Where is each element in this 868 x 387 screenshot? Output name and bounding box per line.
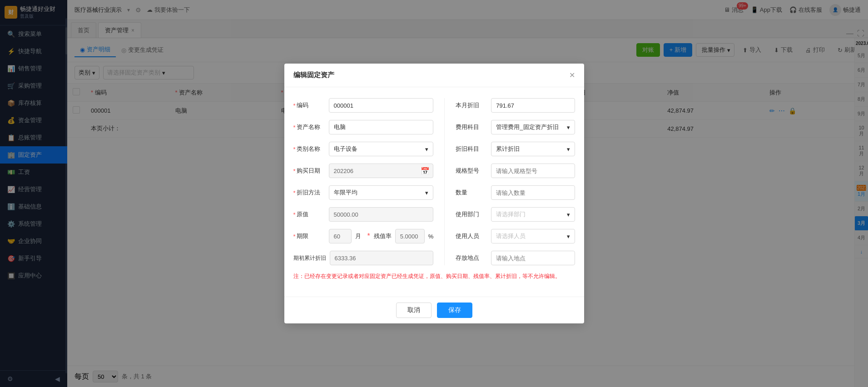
user-placeholder: 请选择人员: [496, 232, 526, 240]
model-label: 规格型号: [456, 167, 487, 175]
form-row-depr-subject: 折旧科目 累计折旧 ▾: [456, 142, 575, 156]
monthly-depr-input[interactable]: [491, 98, 575, 113]
form-row-initial-depr: 期初累计折旧: [293, 251, 434, 265]
residual-unit: %: [428, 233, 434, 240]
expense-subject-label: 费用科目: [456, 123, 487, 131]
form-row-category: * 类别名称 电子设备 ▾: [293, 142, 434, 156]
modal-body: * 编码 * 资产名称: [284, 87, 584, 297]
original-value-label: * 原值: [293, 210, 325, 218]
form-row-model: 规格型号: [456, 164, 575, 178]
period-unit: 月: [355, 232, 361, 240]
location-label: 存放地点: [456, 254, 487, 262]
asset-name-label: * 资产名称: [293, 123, 325, 131]
field-category: * 类别名称 电子设备 ▾: [293, 142, 434, 156]
field-location: 存放地点: [456, 251, 575, 265]
form-row-monthly-depr: 本月折旧: [456, 98, 575, 113]
field-period: * 期限 月 * 残值率 %: [293, 229, 434, 243]
category-select[interactable]: 电子设备 ▾: [329, 142, 434, 156]
field-monthly-depr: 本月折旧: [456, 98, 575, 113]
initial-depr-input[interactable]: [330, 251, 434, 265]
model-input[interactable]: [491, 164, 575, 178]
purchase-date-input[interactable]: [329, 164, 434, 178]
period-input[interactable]: [329, 229, 352, 243]
expense-dropdown-icon: ▾: [567, 124, 570, 131]
category-name-label: * 类别名称: [293, 145, 325, 153]
form-row-quantity: 数量: [456, 185, 575, 200]
category-dropdown-icon: ▾: [425, 146, 428, 153]
asset-name-input[interactable]: [329, 120, 434, 134]
depr-method-dropdown-icon: ▾: [425, 189, 428, 196]
modal-note: 注：已经存在变更记录或者对应固定资产已经生成凭证，原值、购买日期、残值率、累计折…: [293, 273, 575, 286]
modal-overlay: 编辑固定资产 ✕ * 编码: [0, 0, 868, 387]
field-quantity: 数量: [456, 185, 575, 200]
modal-header: 编辑固定资产 ✕: [284, 64, 584, 87]
user-select[interactable]: 请选择人员 ▾: [491, 229, 575, 243]
residual-label: 残值率: [374, 232, 392, 240]
form-row-user: 使用人员 请选择人员 ▾: [456, 229, 575, 243]
modal-form-columns: * 编码 * 资产名称: [293, 98, 575, 265]
department-dropdown-icon: ▾: [567, 211, 570, 218]
field-model: 规格型号: [456, 164, 575, 178]
field-department: 使用部门 请选择部门 ▾: [456, 207, 575, 222]
depr-method-select[interactable]: 年限平均 ▾: [329, 185, 434, 200]
form-row-original-value: * 原值: [293, 207, 434, 222]
depr-subject-value: 累计折旧: [496, 145, 520, 153]
modal-divider: [444, 98, 445, 265]
location-input[interactable]: [491, 251, 575, 265]
save-button[interactable]: 保存: [437, 303, 472, 318]
monthly-depr-label: 本月折旧: [456, 101, 487, 109]
field-depr-method: * 折旧方法 年限平均 ▾: [293, 185, 434, 200]
modal-footer: 取消 保存: [284, 297, 584, 323]
form-row-expense-subject: 费用科目 管理费用_固定资产折旧 ▾: [456, 120, 575, 134]
field-expense-subject: 费用科目 管理费用_固定资产折旧 ▾: [456, 120, 575, 134]
field-asset-name: * 资产名称: [293, 120, 434, 134]
form-row-purchase-date: * 购买日期 📅: [293, 164, 434, 178]
depr-method-label: * 折旧方法: [293, 189, 325, 197]
residual-star: *: [367, 232, 370, 240]
field-code: * 编码: [293, 98, 434, 113]
department-select[interactable]: 请选择部门 ▾: [491, 207, 575, 222]
expense-subject-select[interactable]: 管理费用_固定资产折旧 ▾: [491, 120, 575, 134]
quantity-label: 数量: [456, 189, 487, 197]
department-label: 使用部门: [456, 210, 487, 218]
quantity-input[interactable]: [491, 185, 575, 200]
calendar-icon[interactable]: 📅: [421, 167, 430, 175]
code-label: * 编码: [293, 101, 325, 109]
original-value-input[interactable]: [329, 207, 434, 222]
initial-depr-label: 期初累计折旧: [293, 254, 326, 262]
form-row-location: 存放地点: [456, 251, 575, 265]
modal-title: 编辑固定资产: [293, 71, 334, 79]
form-row-department: 使用部门 请选择部门 ▾: [456, 207, 575, 222]
department-placeholder: 请选择部门: [496, 210, 526, 218]
field-initial-depr: 期初累计折旧: [293, 251, 434, 265]
modal-left-col: * 编码 * 资产名称: [293, 98, 434, 265]
user-dropdown-icon: ▾: [567, 233, 570, 240]
period-label: * 期限: [293, 232, 325, 240]
depr-subject-select[interactable]: 累计折旧 ▾: [491, 142, 575, 156]
residual-rate-input[interactable]: [395, 229, 425, 243]
form-row-code: * 编码: [293, 98, 434, 113]
form-row-depr-method: * 折旧方法 年限平均 ▾: [293, 185, 434, 200]
cancel-button[interactable]: 取消: [396, 303, 432, 318]
modal-right-col: 本月折旧 费用科目 管理费用_固定资产折旧 ▾: [456, 98, 575, 265]
user-label: 使用人员: [456, 232, 487, 240]
expense-subject-value: 管理费用_固定资产折旧: [496, 123, 558, 131]
depr-subject-label: 折旧科目: [456, 145, 487, 153]
category-value: 电子设备: [334, 145, 357, 153]
depr-subject-dropdown-icon: ▾: [567, 146, 570, 153]
form-row-asset-name: * 资产名称: [293, 120, 434, 134]
field-user: 使用人员 请选择人员 ▾: [456, 229, 575, 243]
code-input[interactable]: [329, 98, 434, 113]
depr-method-value: 年限平均: [334, 189, 357, 197]
form-row-period: * 期限 月 * 残值率 %: [293, 229, 434, 243]
field-depr-subject: 折旧科目 累计折旧 ▾: [456, 142, 575, 156]
purchase-date-label: * 购买日期: [293, 167, 325, 175]
edit-asset-modal: 编辑固定资产 ✕ * 编码: [284, 64, 584, 323]
field-original-value: * 原值: [293, 207, 434, 222]
field-purchase-date: * 购买日期 📅: [293, 164, 434, 178]
modal-close-icon[interactable]: ✕: [569, 71, 575, 79]
